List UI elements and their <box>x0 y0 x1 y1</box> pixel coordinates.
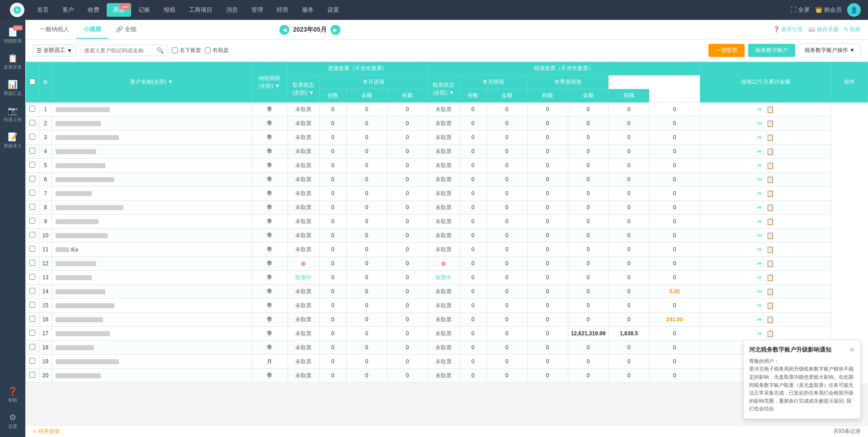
sidebar-item-票据汇总[interactable]: 📊票据汇总 <box>1 76 24 100</box>
nav-item-客户[interactable]: 客户 <box>56 3 80 17</box>
row-checkbox[interactable] <box>26 271 39 285</box>
nav-item-工商项目[interactable]: 工商项目 <box>183 3 219 17</box>
edit-btn[interactable]: ✏ <box>756 273 764 282</box>
row-checkbox[interactable] <box>26 369 39 383</box>
edit-btn[interactable]: ✏ <box>756 105 764 114</box>
copy-btn[interactable]: 📋 <box>765 231 775 240</box>
copy-btn[interactable]: 📋 <box>765 301 775 310</box>
copy-btn[interactable]: 📋 <box>765 105 775 114</box>
copy-btn[interactable]: 📋 <box>765 203 775 212</box>
row-checkbox[interactable] <box>26 187 39 201</box>
search-input[interactable] <box>84 47 156 54</box>
tab-quanneng[interactable]: 🔗全能 <box>108 21 144 39</box>
out-status-header[interactable]: 取票状态(全部) ▼ <box>428 75 459 103</box>
date-next-btn[interactable]: ▶ <box>330 25 340 35</box>
copy-btn[interactable]: 📋 <box>765 147 775 156</box>
copy-btn[interactable]: 📋 <box>765 217 775 226</box>
accounts-checkbox[interactable] <box>172 47 178 53</box>
edit-btn[interactable]: ✏ <box>756 287 764 296</box>
one-click-btn[interactable]: 一键取票 <box>708 44 745 57</box>
edit-btn[interactable]: ✏ <box>756 189 764 198</box>
sidebar-bottom-帮助[interactable]: ❓帮助 <box>1 383 24 407</box>
copy-btn[interactable]: 📋 <box>765 161 775 170</box>
nav-item-服务[interactable]: 服务 <box>296 3 320 17</box>
nav-item-消息[interactable]: 消息 <box>220 3 244 17</box>
tax-digital-btn[interactable]: 税务数字账户 <box>748 44 795 57</box>
tax-digital-ops-btn[interactable]: 税务数字账户操作 ▼ <box>799 43 861 57</box>
tab-yiban[interactable]: 一般纳税人 <box>33 21 76 39</box>
copy-btn[interactable]: 📋 <box>765 259 775 268</box>
copy-btn[interactable]: 📋 <box>765 273 775 282</box>
nav-item-票据[interactable]: 票据new <box>107 3 131 17</box>
edit-btn[interactable]: ✏ <box>756 217 764 226</box>
row-checkbox[interactable] <box>26 117 39 131</box>
row-checkbox[interactable] <box>26 131 39 145</box>
edit-btn[interactable]: ✏ <box>756 245 764 254</box>
user-avatar[interactable]: 👤 <box>847 3 861 17</box>
date-prev-btn[interactable]: ◀ <box>279 25 289 35</box>
row-checkbox[interactable] <box>26 313 39 327</box>
edit-btn[interactable]: ✏ <box>756 175 764 184</box>
in-status-header[interactable]: 取票状态(全部) ▼ <box>288 75 319 103</box>
employee-select[interactable]: ☰ 全部员工 ▼ <box>33 44 76 56</box>
row-checkbox[interactable] <box>26 145 39 159</box>
nav-item-收费[interactable]: 收费 <box>81 3 106 17</box>
row-checkbox[interactable] <box>26 229 39 243</box>
copy-btn[interactable]: 📋 <box>765 287 775 296</box>
row-checkbox[interactable] <box>26 327 39 341</box>
checkbox-taxdisk[interactable]: 有税盘 <box>205 47 229 54</box>
popup-close-btn[interactable]: ✕ <box>849 346 855 353</box>
edit-btn[interactable]: ✏ <box>756 147 764 156</box>
fullscreen-btn[interactable]: ⛶ 全屏 <box>791 6 810 14</box>
nav-item-报税[interactable]: 报税 <box>157 3 182 17</box>
row-checkbox[interactable] <box>26 201 39 215</box>
tab-xiaogui[interactable]: 小规模 <box>76 21 108 39</box>
copy-btn[interactable]: 📋 <box>765 189 775 198</box>
nav-item-设置[interactable]: 设置 <box>321 3 345 17</box>
sidebar-item-票据录入[interactable]: 📝票据录入 <box>1 128 24 153</box>
checkbox-accounts[interactable]: 名下账套 <box>172 47 201 54</box>
row-checkbox[interactable] <box>26 159 39 173</box>
edit-btn[interactable]: ✏ <box>756 329 764 338</box>
copy-btn[interactable]: 📋 <box>765 315 775 324</box>
edit-btn[interactable]: ✏ <box>756 119 764 128</box>
tax-policy-link[interactable]: ⊙ 税务政策 <box>33 428 60 435</box>
quota-header[interactable]: 纳税期限(全部) ▼ <box>251 62 288 103</box>
search-button[interactable]: 🔍 <box>156 47 164 54</box>
refresh-link[interactable]: ↻ 刷新 <box>844 26 861 33</box>
check-all-header[interactable] <box>26 62 39 103</box>
edit-btn[interactable]: ✏ <box>756 259 764 268</box>
sidebar-item-扫描上传[interactable]: 📷扫描上传 <box>1 102 24 127</box>
row-checkbox[interactable] <box>26 299 39 313</box>
edit-btn[interactable]: ✏ <box>756 161 764 170</box>
nav-item-经营[interactable]: 经营 <box>270 3 295 17</box>
check-all[interactable] <box>29 79 35 85</box>
row-checkbox[interactable] <box>26 173 39 187</box>
nav-item-首页[interactable]: 首页 <box>31 3 55 17</box>
row-checkbox[interactable] <box>26 341 39 355</box>
row-checkbox[interactable] <box>26 355 39 369</box>
member-btn[interactable]: 👑 购会员 <box>815 6 842 14</box>
copy-btn[interactable]: 📋 <box>765 329 775 338</box>
copy-btn[interactable]: 📋 <box>765 175 775 184</box>
nav-item-管理[interactable]: 管理 <box>245 3 269 17</box>
row-checkbox[interactable] <box>26 285 39 299</box>
row-checkbox[interactable] <box>26 243 39 257</box>
sidebar-bottom-设置[interactable]: ⚙设置 <box>1 409 24 433</box>
new-guide-link[interactable]: ❓ 新手引导 <box>773 26 803 33</box>
edit-btn[interactable]: ✏ <box>756 315 764 324</box>
nav-item-记账[interactable]: 记账 <box>132 3 156 17</box>
edit-btn[interactable]: ✏ <box>756 231 764 240</box>
edit-btn[interactable]: ✏ <box>756 203 764 212</box>
copy-btn[interactable]: 📋 <box>765 133 775 142</box>
edit-btn[interactable]: ✏ <box>756 133 764 142</box>
manual-link[interactable]: 📖 操作手册 <box>808 26 838 33</box>
edit-btn[interactable]: ✏ <box>756 301 764 310</box>
sidebar-item-智能取票[interactable]: 📄智能取票new <box>1 23 24 48</box>
sidebar-item-发票开具[interactable]: 📋发票开具 <box>1 50 24 74</box>
copy-btn[interactable]: 📋 <box>765 119 775 128</box>
row-checkbox[interactable] <box>26 103 39 117</box>
taxdisk-checkbox[interactable] <box>205 47 211 53</box>
row-checkbox[interactable] <box>26 257 39 271</box>
customer-name-header[interactable]: 客户名称(全部) ▼ <box>52 62 252 103</box>
